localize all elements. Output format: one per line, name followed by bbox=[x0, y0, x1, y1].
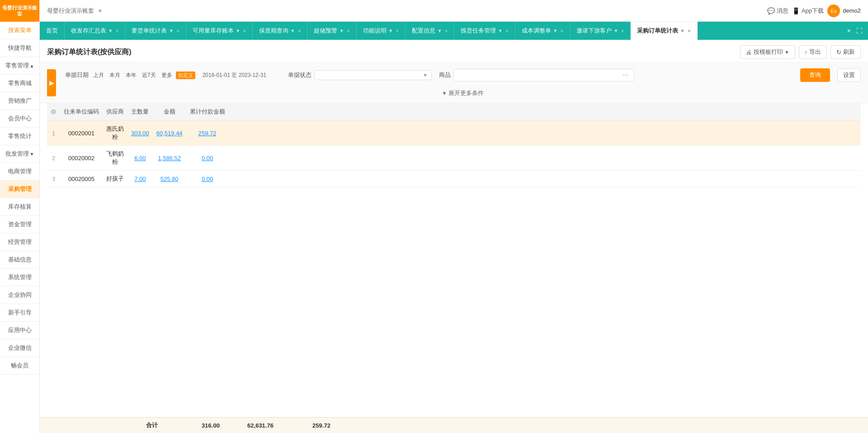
th-code: 往来单位编码 bbox=[60, 103, 103, 121]
shortcut-more[interactable]: 更多 bbox=[160, 71, 174, 80]
tab-close-icon[interactable]: × bbox=[621, 28, 624, 33]
user-profile-button[interactable]: Ea demo2 bbox=[827, 5, 861, 17]
export-button[interactable]: ↑ 导出 bbox=[799, 45, 827, 59]
maximize-button[interactable]: ⛶ bbox=[854, 26, 864, 35]
sidebar-item-label: 库存核算 bbox=[8, 203, 32, 211]
sidebar-item-purchase[interactable]: 采购管理 bbox=[0, 181, 39, 198]
export-icon: ↑ bbox=[805, 49, 808, 56]
th-extra bbox=[229, 103, 861, 121]
custom-date-badge: 自定义 bbox=[176, 71, 195, 79]
top-bar: 母婴行业演示账套 ▼ 💬 消息 📱 App下载 Ea demo2 bbox=[40, 0, 868, 22]
sidebar-item-retail-shop[interactable]: 零售商城 bbox=[0, 75, 39, 92]
sidebar-item-enterprise[interactable]: 企业协同 bbox=[0, 286, 39, 304]
filter-toggle-button[interactable]: ▶ bbox=[47, 69, 56, 96]
gear-icon[interactable]: ⚙ bbox=[51, 108, 57, 115]
cell-code: 00020005 bbox=[60, 171, 103, 187]
sidebar-item-newguide[interactable]: 新手引导 bbox=[0, 304, 39, 322]
cell-quantity[interactable]: 303.00 bbox=[127, 121, 153, 146]
sidebar-item-quick-nav[interactable]: 快捷导航 bbox=[0, 39, 39, 57]
sidebar-item-wechat[interactable]: 企业微信 bbox=[0, 339, 39, 357]
tab-available-stock[interactable]: 可用量库存账本 ▼ × bbox=[186, 22, 253, 40]
cell-paid[interactable]: 0.00 bbox=[186, 146, 229, 171]
tab-purchase-stats[interactable]: 采购订单统计表 ▼ × bbox=[631, 22, 697, 40]
sidebar-item-label: 采购管理 bbox=[8, 185, 32, 193]
th-settings[interactable]: ⚙ bbox=[47, 103, 60, 121]
tab-arrow-icon: ▼ bbox=[236, 28, 241, 33]
refresh-button[interactable]: ↻ 刷新 bbox=[830, 45, 861, 59]
tab-close-icon[interactable]: × bbox=[396, 28, 399, 33]
status-select[interactable]: ▼ bbox=[314, 70, 432, 80]
chevron-down-icon[interactable]: ▼ bbox=[98, 8, 103, 14]
date-filter-label: 单据日期 bbox=[65, 71, 89, 79]
sidebar-item-inventory[interactable]: 库存核算 bbox=[0, 198, 39, 216]
cell-supplier: 好孩子 bbox=[103, 171, 127, 187]
close-all-tabs-button[interactable]: × bbox=[845, 26, 853, 35]
tab-invite-customer[interactable]: 邀请下游客户 ▼ × bbox=[570, 22, 631, 40]
goods-select[interactable]: ··· bbox=[453, 69, 634, 81]
tab-arrow-icon: ▼ bbox=[169, 28, 174, 33]
tab-close-icon[interactable]: × bbox=[505, 28, 508, 33]
shortcut-7days[interactable]: 近7天 bbox=[140, 71, 158, 80]
tab-home[interactable]: 首页 bbox=[40, 22, 65, 40]
tab-config-info[interactable]: 配置信息 ▼ × bbox=[406, 22, 454, 40]
sidebar-item-operation[interactable]: 经营管理 bbox=[0, 233, 39, 251]
settings-button[interactable]: 设置 bbox=[837, 68, 861, 82]
sidebar-item-system[interactable]: 系统管理 bbox=[0, 269, 39, 286]
sidebar-item-member[interactable]: 会员中心 bbox=[0, 110, 39, 128]
tab-close-icon[interactable]: × bbox=[176, 28, 179, 33]
tab-function-desc[interactable]: 功能说明 ▼ × bbox=[357, 22, 406, 40]
tab-over-stock[interactable]: 超储预警 ▼ × bbox=[307, 22, 356, 40]
cell-amount[interactable]: 60,519.44 bbox=[153, 121, 186, 146]
chevron-right-icon: ▶ bbox=[49, 79, 54, 86]
tab-close-icon[interactable]: × bbox=[116, 28, 118, 33]
sidebar-item-label: 零售商城 bbox=[8, 79, 32, 87]
table-row[interactable]: 3 00020005 好孩子 7.00 525.80 0.00 bbox=[47, 171, 861, 187]
message-button[interactable]: 💬 消息 bbox=[767, 7, 788, 15]
sidebar-item-ecommerce[interactable]: 电商管理 bbox=[0, 163, 39, 181]
cell-paid[interactable]: 259.72 bbox=[186, 121, 229, 146]
template-print-button[interactable]: 🖨 按模板打印 ▼ bbox=[740, 45, 795, 59]
tab-close-icon[interactable]: × bbox=[298, 28, 301, 33]
shortcut-last-month[interactable]: 上月 bbox=[91, 71, 106, 80]
sidebar-item-label: 畅会员 bbox=[11, 362, 28, 370]
cell-quantity[interactable]: 6.00 bbox=[127, 146, 153, 171]
sidebar-item-marketing[interactable]: 营销推广 bbox=[0, 92, 39, 110]
sidebar-item-retail-stats[interactable]: 零售统计 bbox=[0, 128, 39, 145]
table-row[interactable]: 2 00020002 飞鹤奶粉 6.00 1,586.52 0.00 bbox=[47, 146, 861, 171]
tab-close-icon[interactable]: × bbox=[347, 28, 349, 33]
tab-pick-task[interactable]: 拣货任务管理 ▼ × bbox=[454, 22, 515, 40]
goods-more-icon[interactable]: ··· bbox=[621, 71, 630, 79]
app-download-button[interactable]: 📱 App下载 bbox=[792, 7, 824, 15]
tab-close-icon[interactable]: × bbox=[688, 28, 690, 33]
query-button[interactable]: 查询 bbox=[800, 68, 830, 82]
tab-arrow-icon: ▼ bbox=[498, 28, 503, 33]
goods-filter-label: 商品 bbox=[439, 71, 451, 79]
cell-supplier: 惠氏奶粉 bbox=[103, 121, 127, 146]
sidebar-item-search[interactable]: 搜索菜单 bbox=[0, 22, 39, 39]
sidebar-item-appstore[interactable]: 应用中心 bbox=[0, 322, 39, 339]
cell-amount[interactable]: 525.80 bbox=[153, 171, 186, 187]
tab-close-icon[interactable]: × bbox=[243, 28, 246, 33]
tab-arrow-icon: ▼ bbox=[553, 28, 558, 33]
sidebar-item-retail[interactable]: 零售管理 ▲ bbox=[0, 57, 39, 75]
date-range-display[interactable]: 2016-01-01 至 2023-12-31 bbox=[203, 71, 266, 79]
shortcut-this-month[interactable]: 本月 bbox=[108, 71, 122, 80]
tab-cost-adjust[interactable]: 成本调整单 ▼ × bbox=[515, 22, 570, 40]
sidebar-item-basic[interactable]: 基础信息 bbox=[0, 251, 39, 269]
expand-more-button[interactable]: ▼ 展开更多条件 bbox=[65, 89, 861, 97]
sidebar-item-finance[interactable]: 资金管理 bbox=[0, 216, 39, 233]
shortcut-this-year[interactable]: 本年 bbox=[124, 71, 138, 80]
tab-close-icon[interactable]: × bbox=[561, 28, 563, 33]
tab-collect-send[interactable]: 收发存汇总表 ▼ × bbox=[65, 22, 125, 40]
tab-close-icon[interactable]: × bbox=[445, 28, 448, 33]
cell-quantity[interactable]: 7.00 bbox=[127, 171, 153, 187]
table-row[interactable]: 1 00020001 惠氏奶粉 303.00 60,519.44 259.72 bbox=[47, 121, 861, 146]
sidebar-item-vip[interactable]: 畅会员 bbox=[0, 357, 39, 375]
tab-demand-stats[interactable]: 要货单统计表 ▼ × bbox=[125, 22, 186, 40]
cell-amount[interactable]: 1,586.52 bbox=[153, 146, 186, 171]
sidebar-item-label: 新手引导 bbox=[8, 309, 32, 317]
date-shortcuts: 上月 本月 本年 近7天 更多 自定义 bbox=[91, 71, 195, 80]
tab-shelf-life[interactable]: 保质期查询 ▼ × bbox=[253, 22, 307, 40]
cell-paid[interactable]: 0.00 bbox=[186, 171, 229, 187]
sidebar-item-wholesale[interactable]: 批发管理 ▼ bbox=[0, 145, 39, 163]
